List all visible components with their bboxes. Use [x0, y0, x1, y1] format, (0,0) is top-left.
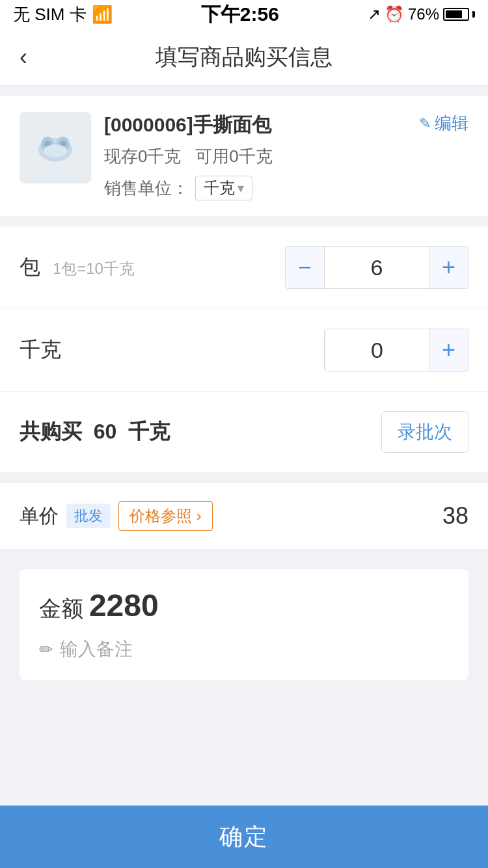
status-carrier: 无 SIM 卡 📶 [13, 3, 113, 26]
wifi-icon: 📶 [92, 5, 113, 25]
remark-icon: ✏ [39, 640, 53, 660]
unit-label: 销售单位： [104, 177, 189, 200]
price-value: 38 [442, 502, 468, 530]
status-time: 下午2:56 [201, 1, 279, 28]
battery-bar [443, 8, 469, 21]
product-unit-row: 销售单位： 千克 ▾ [104, 176, 406, 200]
qty-bag-input[interactable] [325, 247, 429, 288]
unit-selector[interactable]: 千克 ▾ [195, 176, 252, 200]
bottom-spacer [0, 750, 488, 806]
product-name: [0000006]手撕面包 [104, 112, 406, 139]
product-card: [0000006]手撕面包 现存0千克 可用0千克 销售单位： 千克 ▾ ✎ 编… [0, 96, 488, 221]
battery-tip [472, 11, 475, 18]
price-type-badge: 批发 [66, 504, 111, 528]
qty-kg-plus-button[interactable]: + [429, 329, 468, 371]
dropdown-arrow-icon: ▾ [237, 180, 244, 196]
qty-kg-control: + [324, 329, 468, 372]
qty-bag-control: − + [285, 246, 468, 289]
qty-bag-label: 包 1包=10千克 [20, 253, 285, 282]
qty-bag-minus-button[interactable]: − [286, 247, 325, 288]
qty-kg-input[interactable] [325, 329, 429, 371]
product-info: [0000006]手撕面包 现存0千克 可用0千克 销售单位： 千克 ▾ [104, 112, 406, 200]
price-ref-button[interactable]: 价格参照 › [118, 501, 213, 531]
product-code: [0000006] [104, 114, 193, 135]
batch-button[interactable]: 录批次 [381, 411, 468, 453]
total-text: 共购买 60 千克 [20, 418, 381, 446]
nav-bar: ‹ 填写商品购买信息 [0, 29, 488, 86]
edit-button[interactable]: ✎ 编辑 [419, 112, 468, 135]
amount-row: 金额 2280 [20, 569, 468, 637]
page-title: 填写商品购买信息 [156, 42, 332, 72]
price-section: 单价 批发 价格参照 › 38 [0, 483, 488, 550]
alarm-icon: ⏰ [385, 5, 404, 23]
amount-value: 2280 [89, 588, 159, 623]
remark-placeholder: 输入备注 [60, 637, 133, 662]
back-button[interactable]: ‹ [20, 37, 34, 77]
price-label: 单价 [20, 503, 59, 530]
amount-label: 金额 [39, 596, 83, 621]
confirm-button[interactable]: 确定 [0, 806, 488, 868]
product-name-text: 手撕面包 [193, 114, 271, 135]
unit-value: 千克 [204, 178, 235, 198]
stock-available: 可用0千克 [195, 146, 272, 166]
stock-current: 现存0千克 [104, 146, 181, 166]
product-stock: 现存0千克 可用0千克 [104, 145, 406, 168]
total-row: 共购买 60 千克 录批次 [0, 392, 488, 472]
kg-label-text: 千克 [20, 338, 61, 361]
divider-2 [0, 472, 488, 478]
product-image [20, 112, 91, 183]
amount-section: 金额 2280 ✏ 输入备注 [0, 550, 488, 750]
bag-hint: 1包=10千克 [53, 260, 135, 277]
status-right: ↗ ⏰ 76% [368, 5, 475, 23]
total-unit: 千克 [128, 420, 170, 443]
carrier-text: 无 SIM 卡 [13, 3, 87, 26]
location-icon: ↗ [368, 5, 381, 23]
bag-label-text: 包 [20, 255, 40, 278]
total-prefix: 共购买 [20, 420, 82, 443]
svg-point-5 [44, 144, 67, 157]
qty-bag-plus-button[interactable]: + [429, 247, 468, 288]
edit-icon: ✎ [419, 115, 431, 132]
total-amount: 60 [94, 420, 117, 443]
edit-label: 编辑 [435, 112, 468, 135]
qty-kg-row: 千克 + [0, 309, 488, 392]
remark-row[interactable]: ✏ 输入备注 [20, 637, 468, 680]
qty-bag-row: 包 1包=10千克 − + [0, 226, 488, 309]
battery-percent: 76% [408, 5, 439, 23]
divider-1 [0, 221, 488, 226]
qty-kg-label: 千克 [20, 336, 324, 364]
status-bar: 无 SIM 卡 📶 下午2:56 ↗ ⏰ 76% [0, 0, 488, 29]
